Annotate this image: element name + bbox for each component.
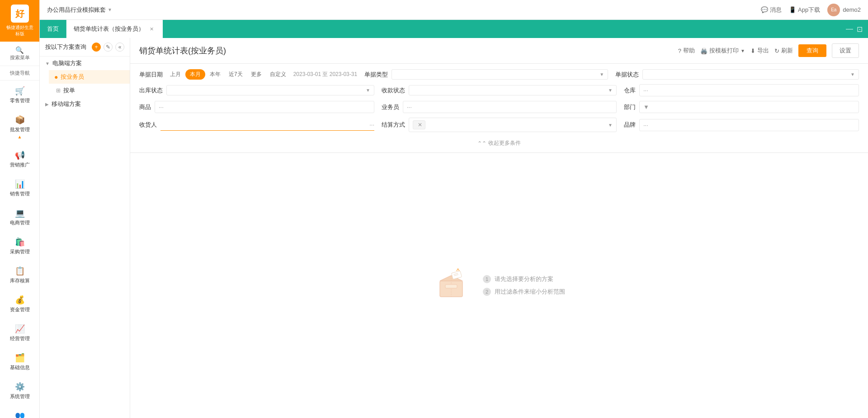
tree-sub-items: ● 按业务员 ⊞ 按单 (40, 70, 130, 97)
home-tab-label: 首页 (47, 25, 59, 33)
salesman-select[interactable]: ··· (403, 101, 617, 113)
date-filter-group: 单据日期 上月 本月 本年 近7天 更多 自定义 2023-03-01 至 20… (139, 69, 357, 80)
warehouse-filter: 仓库 ··· (624, 84, 859, 96)
app-download-button[interactable]: 📱 App下载 (789, 6, 820, 14)
page-actions: ? 帮助 🖨️ 按模板打印 ▼ ⬇ 导出 ↻ 刷新 (678, 43, 859, 58)
date-btn-this-year[interactable]: 本年 (206, 69, 224, 80)
refresh-icon: ↻ (774, 48, 779, 54)
page-header: 销货单统计表(按业务员) ? 帮助 🖨️ 按模板打印 ▼ ⬇ 导出 (130, 38, 868, 64)
edit-scheme-button[interactable]: ✎ (104, 43, 113, 52)
add-scheme-button[interactable]: + (92, 43, 101, 52)
collapse-button[interactable]: ⌃⌃ 收起更多条件 (139, 139, 859, 147)
message-icon: 💬 (761, 6, 768, 13)
sidebar-item-zero-retail[interactable]: 🛒 零售管理 (0, 81, 39, 109)
tab-close-button[interactable]: ✕ (148, 25, 155, 33)
left-panel-title: 按以下方案查询 (45, 43, 86, 51)
warehouse-select[interactable]: ··· (639, 84, 859, 96)
out-status-filter: 出库状态 ▼ (139, 85, 374, 95)
sidebar-item-marketing[interactable]: 📢 营销推广 (0, 145, 39, 174)
sidebar-item-system[interactable]: ⚙️ 系统管理 (0, 376, 39, 405)
sidebar-item-ecommerce[interactable]: 💻 电商管理 (0, 203, 39, 232)
consignee-filter: 收货人 ··· (139, 119, 374, 131)
tree-mobile-scheme[interactable]: ▶ 移动端方案 (40, 97, 130, 111)
help-button[interactable]: ? 帮助 (678, 47, 695, 55)
brand-dots: ··· (643, 122, 648, 128)
payment-tag-close[interactable]: ✕ (418, 122, 422, 128)
sidebar-item-operations[interactable]: 📈 经营管理 (0, 318, 39, 347)
tab-home[interactable]: 首页 (40, 20, 66, 38)
collab-icon: 👥 (15, 411, 25, 418)
export-button[interactable]: ⬇ 导出 (750, 47, 769, 55)
date-btn-7days[interactable]: 近7天 (225, 69, 246, 80)
breadcrumb-dropdown[interactable]: 办公用品行业模拟账套 ▼ (47, 6, 112, 14)
user-menu[interactable]: Ea demo2 (827, 4, 861, 16)
tree-expand-icon: ▼ (45, 61, 50, 66)
goods-select[interactable]: ··· (155, 101, 374, 113)
sidebar-nav: 🛒 零售管理 📦 批发管理 ▲ 📢 营销推广 📊 销售管理 💻 电商管理 🛍️ … (0, 81, 39, 418)
salesman-label: 业务员 (382, 103, 399, 111)
messages-button[interactable]: 💬 消息 (761, 6, 782, 14)
help-label: 帮助 (683, 47, 695, 55)
dept-arrow: ▼ (643, 104, 649, 110)
sidebar-item-wholesale[interactable]: 📦 批发管理 ▲ (0, 109, 39, 145)
date-btn-this-month[interactable]: 本月 (185, 69, 205, 80)
warehouse-label: 仓库 (624, 86, 636, 95)
sidebar-item-label-purchase: 采购管理 (10, 248, 30, 255)
salesman-scheme-icon: ● (54, 73, 58, 81)
doc-type-select[interactable]: ▼ (392, 69, 608, 80)
sales-icon: 📊 (15, 179, 25, 189)
collapse-panel-button[interactable]: « (115, 43, 124, 52)
receipt-status-select[interactable]: ▼ (409, 85, 617, 95)
purchase-icon: 🛍️ (15, 237, 25, 247)
sidebar-item-label-wholesale: 批发管理 (10, 126, 30, 133)
sidebar-search-item[interactable]: 🔍 搜索菜单 (0, 42, 39, 66)
brand-select[interactable]: ··· (639, 119, 859, 131)
zero-retail-icon: 🛒 (15, 86, 25, 96)
sidebar-item-purchase[interactable]: 🛍️ 采购管理 (0, 232, 39, 261)
print-button[interactable]: 🖨️ 按模板打印 ▼ (700, 47, 745, 55)
ecommerce-icon: 💻 (15, 208, 25, 218)
sidebar-item-inventory[interactable]: 📋 库存核算 (0, 261, 39, 290)
dept-filter: 部门 ▼ (624, 101, 859, 113)
dept-select[interactable]: ▼ (639, 101, 859, 113)
basic-icon: 🗂️ (15, 353, 25, 363)
sidebar-item-sales[interactable]: 📊 销售管理 (0, 174, 39, 203)
goods-filter: 商品 ··· (139, 101, 374, 113)
print-label: 按模板打印 (709, 47, 739, 55)
out-status-select[interactable]: ▼ (166, 85, 374, 95)
salesman-filter: 业务员 ··· (382, 101, 617, 113)
settings-button[interactable]: 设置 (832, 43, 859, 58)
date-btn-more[interactable]: 更多 (247, 69, 265, 80)
sidebar-quick-nav[interactable]: 快捷导航 (0, 66, 39, 81)
brand-filter: 品牌 ··· (624, 119, 859, 131)
operations-icon: 📈 (15, 324, 25, 334)
export-label: 导出 (757, 47, 769, 55)
maximize-icon[interactable]: ⊡ (857, 25, 863, 33)
sidebar-item-collab[interactable]: 👥 企业协同 (0, 405, 39, 418)
date-btn-last-month[interactable]: 上月 (166, 69, 184, 80)
tree-pc-scheme[interactable]: ▼ 电脑端方案 (40, 57, 130, 70)
payment-method-select[interactable]: ✕ ▼ (409, 118, 617, 132)
top-header: 办公用品行业模拟账套 ▼ 💬 消息 📱 App下载 Ea demo2 (40, 0, 868, 20)
query-button[interactable]: 查询 (798, 44, 826, 57)
tab-bar: 首页 销货单统计表（按业务员） ✕ — ⊡ (40, 20, 868, 38)
minimize-icon[interactable]: — (846, 25, 853, 33)
sidebar-item-basic[interactable]: 🗂️ 基础信息 (0, 347, 39, 376)
payment-method-filter: 结算方式 ✕ ▼ (382, 118, 617, 132)
payment-method-arrow: ▼ (608, 123, 613, 128)
empty-tip-1: 1 请先选择要分析的方案 (483, 275, 565, 283)
consignee-input[interactable]: ··· (160, 119, 374, 131)
date-btn-custom[interactable]: 自定义 (266, 69, 290, 80)
sidebar-item-finance[interactable]: 💰 资金管理 (0, 290, 39, 318)
sidebar-logo[interactable]: 好 畅捷通好生意 标版 (0, 0, 39, 42)
tree-item-by-salesman[interactable]: ● 按业务员 (49, 70, 130, 84)
help-icon: ? (678, 48, 681, 54)
tip-num-1: 1 (483, 275, 491, 283)
tab-sales-stats[interactable]: 销货单统计表（按业务员） ✕ (66, 20, 163, 38)
content-area: 按以下方案查询 + ✎ « ▼ 电脑端方案 ● 按业务员 ⊞ 按单 (40, 38, 868, 418)
tree-item-by-order[interactable]: ⊞ 按单 (49, 84, 130, 97)
doc-status-select[interactable]: ▼ (642, 69, 859, 80)
inventory-icon: 📋 (15, 266, 25, 276)
left-panel: 按以下方案查询 + ✎ « ▼ 电脑端方案 ● 按业务员 ⊞ 按单 (40, 38, 130, 418)
refresh-button[interactable]: ↻ 刷新 (774, 47, 793, 55)
